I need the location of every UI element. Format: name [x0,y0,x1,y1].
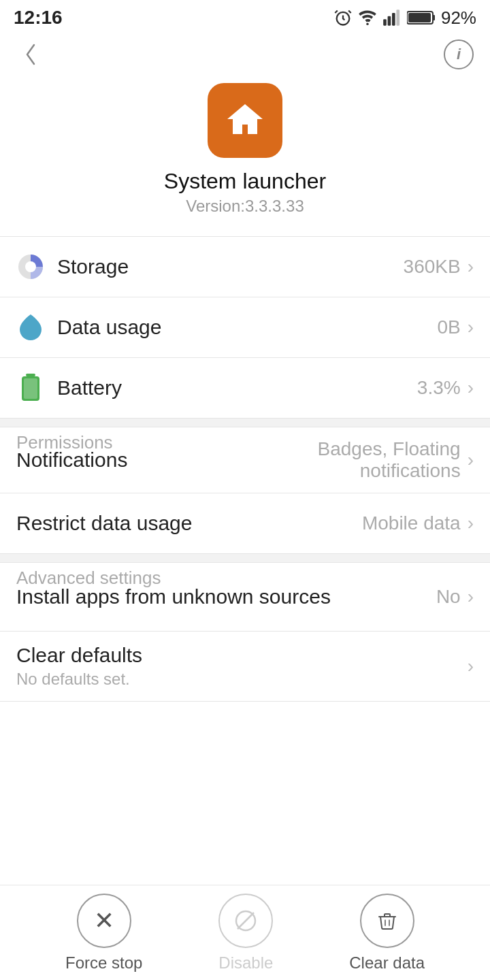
svg-rect-2 [383,19,387,25]
data-usage-icon [16,313,45,342]
install-apps-label-block: Install apps from unknown sources [16,585,436,608]
svg-line-15 [238,913,254,929]
app-version: Version:3.3.3.33 [186,197,304,216]
top-nav: i [0,33,490,76]
status-icons: 92% [333,7,476,29]
storage-item[interactable]: Storage 360KB › [0,237,490,297]
disable-icon-circle [218,894,273,948]
clear-defaults-chevron: › [468,655,474,677]
svg-point-10 [25,261,36,272]
disable-icon [233,909,258,933]
svg-rect-11 [26,374,35,376]
battery-item[interactable]: Battery 3.3% › [0,358,490,418]
app-header: System launcher Version:3.3.3.33 [0,76,490,236]
battery-percent: 92% [441,7,476,29]
app-name: System launcher [164,169,326,194]
data-usage-value: 0B [437,316,460,338]
back-button[interactable] [16,39,46,69]
install-apps-label: Install apps from unknown sources [16,585,436,608]
disable-label: Disable [218,953,273,973]
svg-rect-5 [396,10,399,25]
alarm-icon [333,8,353,27]
storage-icon [16,252,45,281]
svg-rect-8 [408,13,431,22]
permissions-section-divider: Permissions [0,419,490,427]
svg-rect-7 [433,15,435,20]
install-apps-chevron: › [468,586,474,608]
clear-data-button[interactable]: Clear data [349,894,425,973]
notifications-label: Notifications [16,448,318,472]
clear-defaults-item[interactable]: Clear defaults No defaults set. › [0,632,490,701]
force-stop-icon-circle: ✕ [77,894,131,948]
clear-data-icon [375,909,399,933]
data-usage-label: Data usage [57,316,437,339]
svg-point-1 [366,23,369,26]
install-apps-value: No [436,586,461,608]
svg-rect-3 [388,16,391,26]
battery-item-icon [16,374,45,402]
clear-defaults-label-block: Clear defaults No defaults set. [16,644,468,689]
restrict-data-item[interactable]: Restrict data usage Mobile data › [0,493,490,553]
advanced-section-divider: Advanced settings [0,554,490,562]
status-time: 12:16 [14,7,63,29]
force-stop-label: Force stop [65,953,142,973]
clear-data-label: Clear data [349,953,425,973]
battery-label: Battery [57,376,417,399]
storage-label: Storage [57,255,404,278]
wifi-icon [358,8,377,27]
bottom-bar: ✕ Force stop Disable Clear data [0,885,490,980]
clear-data-icon-circle [360,894,414,948]
restrict-data-label: Restrict data usage [16,512,362,535]
divider-9 [0,701,490,702]
app-icon [208,83,282,158]
svg-rect-13 [24,378,37,399]
data-usage-chevron: › [468,316,474,338]
info-icon: i [457,46,461,63]
signal-icon [382,8,402,27]
notifications-chevron: › [468,449,474,471]
data-usage-item[interactable]: Data usage 0B › [0,297,490,357]
force-stop-button[interactable]: ✕ Force stop [65,894,142,973]
home-icon [223,99,267,142]
battery-icon [407,10,436,25]
restrict-data-value: Mobile data [362,512,461,534]
clear-defaults-label: Clear defaults [16,644,468,667]
disable-button[interactable]: Disable [218,894,273,973]
notifications-value: Badges, Floating notifications [318,438,461,482]
info-button[interactable]: i [444,39,474,69]
battery-value: 3.3% [417,377,461,399]
restrict-data-chevron: › [468,512,474,534]
storage-value: 360KB [404,256,461,278]
svg-rect-4 [392,13,395,26]
clear-defaults-sublabel: No defaults set. [16,670,468,689]
status-bar: 12:16 [0,0,490,33]
force-stop-icon: ✕ [94,906,114,935]
battery-chevron: › [468,377,474,399]
storage-chevron: › [468,256,474,278]
